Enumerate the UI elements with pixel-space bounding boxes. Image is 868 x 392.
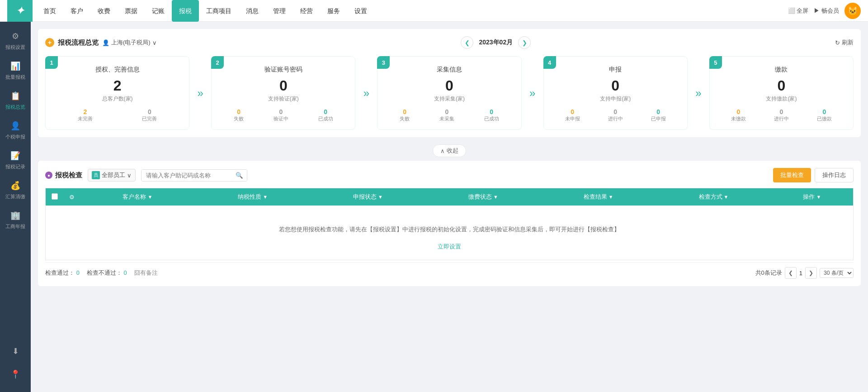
sidebar-label: 批量报税 [5, 74, 25, 81]
check-table-area: ⚙ 客户名称 ▼纳税性质 ▼申报状态 ▼缴费状态 ▼检查结果 ▼检查方式 ▼操作… [45, 188, 854, 260]
flow-title: 报税流程总览 [58, 38, 99, 47]
table-header-col: 操作 ▼ [771, 188, 853, 206]
step-stats: 0 失败 0 验证中 0 已成功 [219, 108, 348, 122]
stat-label: 未完善 [78, 115, 93, 122]
search-box: 🔍 [141, 169, 247, 182]
vip-button[interactable]: ▶ 畅会员 [814, 7, 839, 15]
table-header-col: 缴费状态 ▼ [425, 188, 541, 206]
nav-item-消息[interactable]: 消息 [239, 0, 266, 22]
stat-label: 进行中 [774, 115, 789, 122]
nav-item-工商项目[interactable]: 工商项目 [199, 0, 239, 22]
nav-item-客户[interactable]: 客户 [63, 0, 90, 22]
stat-label: 已完善 [142, 115, 157, 122]
app-logo: ✦ [7, 0, 33, 22]
step-subtitle: 支持缴款(家) [717, 95, 846, 103]
stat-item: 0 失败 [400, 108, 410, 122]
chevron-down-icon: ∨ [127, 172, 132, 179]
select-all-header[interactable] [46, 188, 64, 206]
nav-item-记账[interactable]: 记账 [145, 0, 172, 22]
top-navigation: ✦ 首页客户收费票据记账报税工商项目消息管理经营服务设置 ⬜ 全屏 ▶ 畅会员 … [0, 0, 868, 22]
nav-item-管理[interactable]: 管理 [266, 0, 293, 22]
nav-item-收费[interactable]: 收费 [90, 0, 118, 22]
prev-page-button[interactable]: ❮ [785, 267, 797, 279]
nav-item-首页[interactable]: 首页 [36, 0, 63, 22]
stat-item: 0 验证中 [274, 108, 288, 122]
stat-item: 0 未采集 [439, 108, 454, 122]
sidebar-item-报税记录[interactable]: 📝 报税记录 [0, 145, 31, 175]
purple-icon: ● [45, 172, 52, 179]
stat-label: 未申报 [565, 115, 580, 122]
location-tag[interactable]: 👤 上海(电子税局) ∨ [102, 38, 157, 47]
nav-item-设置[interactable]: 设置 [347, 0, 374, 22]
pass-label: 检查通过： 0 [45, 269, 80, 277]
sidebar-icon: ⚙ [9, 30, 22, 43]
check-actions: 批量检查 操作日志 [773, 168, 854, 182]
page-size-select[interactable]: 30 条/页 [820, 268, 854, 278]
search-input[interactable] [142, 170, 232, 181]
chevron-down-icon: ∨ [152, 39, 157, 46]
flow-arrow: » [355, 56, 377, 130]
footer-stats: 检查通过： 0 检查不通过： 0 囧有备注 [45, 269, 158, 277]
main-content: + 报税流程总览 👤 上海(电子税局) ∨ ❮ 2023年02月 ❯ ↻ 刷新 … [31, 22, 868, 392]
flow-step-0: 1 授权、完善信息 2 总客户数(家) 2 未完善 0 已完善 [45, 56, 189, 130]
nav-item-服务[interactable]: 服务 [320, 0, 347, 22]
stat-num: 0 [608, 108, 623, 115]
current-page: 1 [799, 270, 802, 277]
total-records: 共0条记录 [755, 269, 782, 277]
setup-link[interactable]: 立即设置 [438, 243, 461, 250]
stat-num: 0 [731, 108, 746, 115]
staff-select[interactable]: 员 全部员工 ∨ [88, 169, 136, 182]
stat-num: 0 [234, 108, 244, 115]
stat-num: 0 [142, 108, 157, 115]
table-header-col: 检查结果 ▼ [541, 188, 656, 206]
nav-item-票据[interactable]: 票据 [118, 0, 145, 22]
step-subtitle: 支持采集(家) [385, 95, 514, 103]
sidebar-icon: 🏢 [9, 209, 22, 222]
stat-item: 0 未申报 [565, 108, 580, 122]
gear-header[interactable]: ⚙ [64, 188, 80, 206]
flow-step-2: 3 采集信息 0 支持采集(家) 0 失败 0 未采集 0 已成功 [377, 56, 521, 130]
sidebar-bottom-item[interactable]: 📍 [7, 363, 24, 387]
step-stats: 0 未缴款 0 进行中 0 已缴款 [717, 108, 846, 122]
plus-icon: + [45, 38, 54, 47]
prev-month-button[interactable]: ❮ [461, 36, 473, 49]
stat-num: 0 [565, 108, 580, 115]
stat-item: 0 进行中 [774, 108, 789, 122]
collapse-button[interactable]: ∧ 收起 [433, 144, 466, 157]
step-count: 2 [53, 77, 182, 94]
pass-count[interactable]: 0 [76, 269, 80, 276]
nav-item-报税[interactable]: 报税 [172, 0, 199, 22]
collapse-bar: ∧ 收起 [38, 144, 861, 157]
stat-item: 0 已完善 [142, 108, 157, 122]
sidebar-item-报税设置[interactable]: ⚙ 报税设置 [0, 25, 31, 55]
empty-message: 若您想使用报税检查功能，请先在【报税设置】中进行报税的初始化设置，完成密码验证和… [46, 206, 853, 260]
fullscreen-button[interactable]: ⬜ 全屏 [788, 7, 809, 15]
sidebar-item-个税申报[interactable]: 👤 个税申报 [0, 115, 31, 145]
stat-label: 已缴款 [817, 115, 832, 122]
current-month: 2023年02月 [479, 38, 513, 47]
step-title: 验证账号密码 [219, 66, 348, 74]
stat-num: 0 [400, 108, 410, 115]
select-all-checkbox[interactable] [52, 193, 58, 200]
stat-item: 2 未完善 [78, 108, 93, 122]
empty-row: 若您想使用报税检查功能，请先在【报税设置】中进行报税的初始化设置，完成密码验证和… [46, 206, 853, 260]
sidebar-bottom-item[interactable]: ⬇ [7, 340, 24, 363]
step-count: 0 [717, 77, 846, 94]
refresh-button[interactable]: ↻ 刷新 [835, 38, 854, 47]
search-button[interactable]: 🔍 [232, 170, 247, 181]
fail-count[interactable]: 0 [123, 269, 127, 276]
next-month-button[interactable]: ❯ [518, 36, 531, 49]
step-number: 4 [543, 56, 556, 69]
sidebar-item-工商年报[interactable]: 🏢 工商年报 [0, 205, 31, 234]
batch-check-button[interactable]: 批量检查 [773, 168, 811, 182]
stat-label: 失败 [234, 115, 244, 122]
next-page-button[interactable]: ❯ [805, 267, 817, 279]
sidebar-item-批量报税[interactable]: 📊 批量报税 [0, 55, 31, 85]
check-table: ⚙ 客户名称 ▼纳税性质 ▼申报状态 ▼缴费状态 ▼检查结果 ▼检查方式 ▼操作… [46, 188, 853, 260]
operation-log-button[interactable]: 操作日志 [815, 168, 854, 182]
sidebar-item-汇算清缴[interactable]: 💰 汇算清缴 [0, 175, 31, 205]
sidebar-label: 汇算清缴 [5, 193, 25, 200]
nav-item-经营[interactable]: 经营 [293, 0, 320, 22]
sidebar-bottom: ⬇📍 [7, 340, 24, 392]
sidebar-item-报税总览[interactable]: 📋 报税总览 [0, 85, 31, 115]
